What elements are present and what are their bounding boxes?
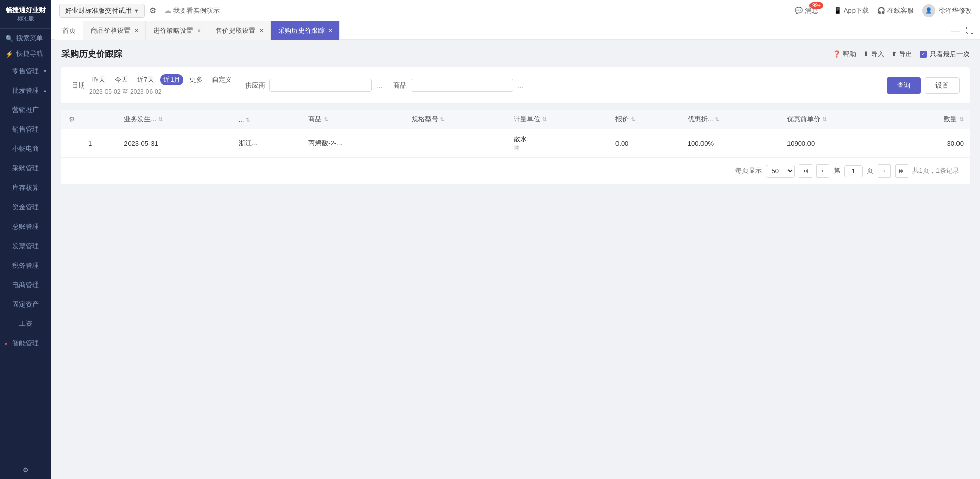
sidebar-item-ecommerce[interactable]: 电商管理 bbox=[0, 275, 51, 295]
col-date[interactable]: 业务发生... ⇅ bbox=[118, 110, 232, 129]
help-label: 帮助 bbox=[843, 50, 856, 59]
search-icon: 🔍 bbox=[5, 35, 13, 42]
sidebar-item-search[interactable]: 🔍 搜索菜单 bbox=[0, 29, 51, 46]
table-body: 1 2023-05-31 浙江... 丙烯酸-2-... 散水吨 0.00 10… bbox=[61, 129, 970, 158]
col-unit[interactable]: 计量单位 ⇅ bbox=[507, 110, 609, 129]
col-pre-price[interactable]: 优惠前单价 ⇅ bbox=[781, 110, 898, 129]
logo-sub: 标准版 bbox=[4, 15, 47, 22]
sidebar-item-marketing[interactable]: 营销推广 bbox=[0, 100, 51, 120]
sidebar-bottom-settings[interactable]: ⚙ bbox=[0, 461, 51, 479]
query-button[interactable]: 查询 bbox=[887, 77, 921, 94]
import-link[interactable]: ⬇ 导入 bbox=[863, 50, 884, 59]
sidebar-item-fixed-assets[interactable]: 固定资产 bbox=[0, 295, 51, 314]
tab-purchase-strategy-close[interactable]: × bbox=[197, 27, 201, 34]
sidebar-item-fund[interactable]: 资金管理 bbox=[0, 198, 51, 217]
row-date: 2023-05-31 bbox=[118, 129, 232, 158]
next-page-button[interactable]: › bbox=[878, 164, 891, 178]
supplier-dots[interactable]: ... bbox=[376, 81, 382, 90]
tab-home[interactable]: 首页 bbox=[55, 21, 83, 40]
col-price[interactable]: 报价 ⇅ bbox=[609, 110, 681, 129]
filter-actions: 查询 设置 bbox=[887, 77, 960, 94]
only-last-checkbox[interactable] bbox=[920, 51, 927, 58]
sidebar-item-purchase[interactable]: 采购管理 bbox=[0, 159, 51, 178]
version-select[interactable]: 好业财标准版交付试用 ▼ bbox=[59, 4, 145, 18]
page-size-select[interactable]: 50 10 20 100 bbox=[766, 165, 795, 178]
date-option-1month[interactable]: 近1月 bbox=[160, 74, 183, 85]
sidebar-marketing-label: 营销推广 bbox=[12, 106, 39, 114]
app-download-label: App下载 bbox=[844, 6, 869, 15]
sidebar-item-ledger[interactable]: 总账管理 bbox=[0, 217, 51, 236]
sidebar-item-salary[interactable]: 工资 bbox=[0, 314, 51, 334]
export-label: 导出 bbox=[899, 50, 912, 59]
date-option-today[interactable]: 今天 bbox=[112, 74, 131, 85]
tab-purchase-history[interactable]: 采购历史价跟踪 × bbox=[271, 21, 340, 40]
first-page-button[interactable]: ⏮ bbox=[799, 164, 812, 178]
tab-purchase-strategy[interactable]: 进价策略设置 × bbox=[146, 21, 208, 40]
sidebar-item-quick-nav[interactable]: ⚡ 快捷导航 bbox=[0, 46, 51, 61]
app-download-button[interactable]: 📱 App下载 bbox=[834, 6, 869, 15]
date-filter-label: 日期 bbox=[72, 81, 85, 90]
sidebar-item-smart[interactable]: 智能管理 bbox=[0, 334, 51, 353]
row-product: 丙烯酸-2-... bbox=[302, 129, 406, 158]
row-spec bbox=[406, 129, 507, 158]
topbar-settings-button[interactable]: ⚙ bbox=[149, 6, 156, 15]
tab-purchase-history-close[interactable]: × bbox=[329, 27, 332, 34]
tab-product-price-close[interactable]: × bbox=[135, 27, 138, 34]
sidebar-wholesale-label: 批发管理 bbox=[12, 86, 39, 94]
date-option-more[interactable]: 更多 bbox=[186, 74, 206, 85]
online-service-button[interactable]: 🎧 在线客服 bbox=[877, 6, 914, 15]
topbar-left: 好业财标准版交付试用 ▼ ⚙ ☁ 我要看实例演示 bbox=[59, 4, 795, 18]
page-header: 采购历史价跟踪 ❓ 帮助 ⬇ 导入 ⬆ 导出 只看最后一次 bbox=[61, 48, 970, 60]
export-link[interactable]: ⬆ 导出 bbox=[891, 50, 912, 59]
row-unit: 散水吨 bbox=[507, 129, 609, 158]
page-number-input[interactable] bbox=[844, 165, 863, 177]
sidebar-logo: 畅捷通好业财 标准版 bbox=[0, 0, 51, 29]
date-option-custom[interactable]: 自定义 bbox=[209, 74, 235, 85]
col-quantity[interactable]: 数量 ⇅ bbox=[898, 110, 970, 129]
sidebar-item-sales[interactable]: 销售管理 bbox=[0, 120, 51, 139]
page-unit: 页 bbox=[867, 166, 874, 176]
table-settings-icon[interactable]: ⚙ bbox=[69, 115, 75, 123]
user-info[interactable]: 👤 徐泽华修改 bbox=[922, 4, 972, 17]
settings-button[interactable]: 设置 bbox=[925, 77, 960, 94]
sidebar-item-tax[interactable]: 税务管理 bbox=[0, 256, 51, 275]
data-table: ⚙ 业务发生... ⇅ ... ⇅ 商品 ⇅ 规格型号 ⇅ 计量单位 ⇅ 报价 … bbox=[61, 110, 970, 158]
filter-row: 日期 昨天 今天 近7天 近1月 更多 自定义 2023-05-02 至 202… bbox=[72, 74, 960, 96]
only-last-checkbox-group[interactable]: 只看最后一次 bbox=[920, 50, 970, 59]
tab-product-price[interactable]: 商品价格设置 × bbox=[83, 21, 146, 40]
import-icon: ⬇ bbox=[863, 50, 869, 58]
prev-page-button[interactable]: ‹ bbox=[816, 164, 829, 178]
help-link[interactable]: ❓ 帮助 bbox=[833, 50, 856, 59]
gear-icon: ⚙ bbox=[23, 466, 29, 474]
col-extra[interactable]: ... ⇅ bbox=[232, 110, 303, 129]
main-area: 好业财标准版交付试用 ▼ ⚙ ☁ 我要看实例演示 💬 消息 99+ 📱 App下… bbox=[51, 0, 980, 479]
sidebar-purchase-label: 采购管理 bbox=[12, 164, 39, 172]
supplier-input[interactable] bbox=[269, 79, 372, 92]
col-product[interactable]: 商品 ⇅ bbox=[302, 110, 406, 129]
sidebar-item-inventory[interactable]: 库存核算 bbox=[0, 178, 51, 198]
messages-button[interactable]: 💬 消息 99+ bbox=[795, 6, 818, 15]
tab-minimize-button[interactable]: — bbox=[949, 24, 962, 37]
tab-home-label: 首页 bbox=[62, 26, 76, 35]
sidebar-item-wholesale[interactable]: 批发管理 bbox=[0, 81, 51, 100]
per-page-label: 每页显示 bbox=[735, 166, 762, 176]
demo-button[interactable]: ☁ 我要看实例演示 bbox=[160, 4, 224, 17]
sidebar-item-retail[interactable]: 零售管理 bbox=[0, 61, 51, 81]
date-option-7days[interactable]: 近7天 bbox=[134, 74, 157, 85]
col-spec[interactable]: 规格型号 ⇅ bbox=[406, 110, 507, 129]
sidebar-tax-label: 税务管理 bbox=[12, 262, 39, 269]
sidebar-item-invoice[interactable]: 发票管理 bbox=[0, 236, 51, 256]
product-input[interactable] bbox=[411, 79, 513, 92]
tab-price-extract-close[interactable]: × bbox=[260, 27, 263, 34]
supplier-filter-label: 供应商 bbox=[245, 81, 265, 90]
sidebar-item-ecommerce-small[interactable]: 小畅电商 bbox=[0, 139, 51, 159]
sort-icon-price: ⇅ bbox=[631, 116, 635, 122]
date-option-yesterday[interactable]: 昨天 bbox=[89, 74, 109, 85]
tab-price-extract[interactable]: 售价提取设置 × bbox=[208, 21, 271, 40]
tab-maximize-button[interactable]: ⛶ bbox=[964, 24, 976, 37]
export-icon: ⬆ bbox=[891, 50, 897, 58]
col-discount[interactable]: 优惠折... ⇅ bbox=[681, 110, 781, 129]
last-page-button[interactable]: ⏭ bbox=[895, 164, 908, 178]
product-dots[interactable]: ... bbox=[517, 81, 524, 90]
row-settings-cell bbox=[61, 129, 82, 158]
